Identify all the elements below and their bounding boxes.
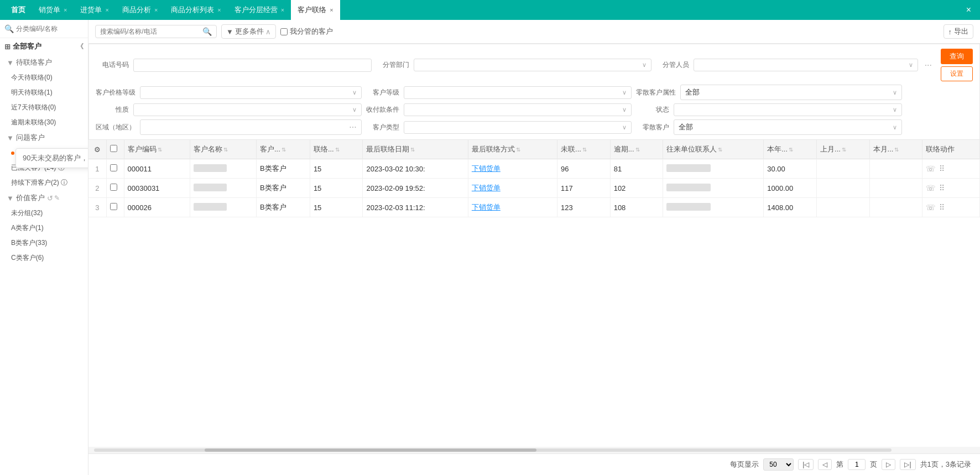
sidebar-group-problem[interactable]: ▼ 问题客户: [0, 130, 88, 145]
nav-customer-tier-close[interactable]: ×: [281, 7, 284, 13]
nav-customer-contact[interactable]: 客户联络 ×: [291, 0, 340, 20]
sidebar-item-class-a[interactable]: A类客户(1): [0, 221, 88, 236]
select-sparse-attr[interactable]: 全部 ∨: [680, 85, 902, 100]
chevron-down-icon-person: ∨: [909, 61, 913, 69]
prev-page-button[interactable]: ◁: [818, 459, 832, 470]
cell-lmonth-1: [817, 159, 870, 179]
link-method-2[interactable]: 下销货单: [472, 184, 501, 192]
tooltip-box: 90天未交易的客户，可能有流失风险。: [15, 148, 88, 168]
sort-overdue-icon[interactable]: ⇅: [635, 147, 640, 153]
input-phone[interactable]: [133, 59, 372, 72]
sidebar-item-overdue-contact[interactable]: 逾期未联络(30): [0, 115, 88, 130]
nav-analysis-list[interactable]: 商品分析列表 ×: [164, 0, 227, 20]
select-sparse-cust[interactable]: 全部 ∨: [674, 119, 902, 135]
select-person[interactable]: ∨: [694, 59, 918, 71]
sidebar-group-value[interactable]: ▼ 价值客户 ↺ ✎: [0, 190, 88, 206]
th-checkbox: [106, 140, 124, 159]
select-payment[interactable]: ∨: [404, 103, 632, 116]
cell-level-2: B类客户: [257, 179, 310, 198]
close-all-button[interactable]: ×: [962, 5, 976, 15]
sidebar-search-input[interactable]: [16, 25, 88, 33]
sort-method-icon[interactable]: ⇅: [516, 147, 520, 153]
sort-unit-icon[interactable]: ⇅: [718, 147, 722, 153]
sidebar-all-customers[interactable]: ⊞ 全部客户 《: [0, 38, 88, 55]
th-contact: 联络...⇅: [310, 140, 363, 159]
my-customers-checkbox-area[interactable]: 我分管的客户: [280, 27, 333, 36]
sidebar-item-downtrend[interactable]: 持续下滑客户(2) ⓘ: [0, 175, 88, 190]
sidebar-group-pending[interactable]: ▼ 待联络客户: [0, 55, 88, 70]
cell-cb-3: [106, 198, 124, 217]
edit-icon[interactable]: ✎: [54, 194, 60, 202]
sidebar-item-tomorrow[interactable]: 明天待联络(1): [0, 85, 88, 100]
setting-button[interactable]: 设置: [941, 66, 973, 81]
contact-icon-3[interactable]: ☏: [926, 203, 936, 212]
export-icon: ↑: [948, 28, 952, 36]
sidebar-item-week[interactable]: 近7天待联络(0): [0, 100, 88, 115]
collapse-icon[interactable]: 《: [77, 42, 84, 51]
table-header-row: ⚙ 客户编码⇅ 客户名称⇅ 客户...⇅: [88, 140, 980, 159]
page-size-select[interactable]: 50 100 200: [763, 458, 794, 471]
export-button[interactable]: ↑ 导出: [943, 24, 974, 39]
nav-analysis-list-close[interactable]: ×: [217, 7, 221, 13]
nav-analysis-close[interactable]: ×: [154, 7, 158, 13]
refresh-icon[interactable]: ↺: [47, 194, 53, 202]
sort-contact-icon[interactable]: ⇅: [335, 147, 340, 153]
nav-customer-contact-close[interactable]: ×: [330, 7, 333, 13]
contact-icon-2[interactable]: ☏: [926, 184, 936, 192]
select-cust-level[interactable]: ∨: [404, 86, 632, 99]
sidebar-item-ungraded[interactable]: 未分组(32): [0, 206, 88, 221]
select-nature[interactable]: ∨: [133, 103, 362, 116]
sort-month-icon[interactable]: ⇅: [894, 147, 899, 153]
horizontal-scrollbar[interactable]: [88, 447, 980, 453]
gear-icon[interactable]: ⚙: [94, 145, 101, 154]
first-page-button[interactable]: |◁: [798, 459, 814, 470]
select-status[interactable]: ∨: [674, 103, 902, 116]
nav-sales[interactable]: 销货单 ×: [32, 0, 74, 20]
select-cust-type[interactable]: ∨: [404, 121, 632, 134]
link-method-3[interactable]: 下销货单: [472, 203, 501, 211]
select-region[interactable]: ···: [140, 119, 362, 135]
chevron-down-icon-cust: ∨: [622, 89, 627, 96]
current-page-input[interactable]: [848, 459, 866, 470]
my-customers-checkbox[interactable]: [280, 28, 288, 35]
select-dept[interactable]: ∨: [414, 59, 652, 71]
th-level: 客户...⇅: [257, 140, 310, 159]
sort-year-icon[interactable]: ⇅: [789, 147, 793, 153]
more-action-icon-2[interactable]: ⠿: [939, 184, 945, 192]
row-checkbox-1[interactable]: [110, 164, 117, 171]
nav-customer-tier[interactable]: 客户分层经营 ×: [228, 0, 291, 20]
sort-code-icon[interactable]: ⇅: [158, 147, 162, 153]
sort-level-icon[interactable]: ⇅: [282, 147, 286, 153]
nav-analysis[interactable]: 商品分析 ×: [116, 0, 164, 20]
row-checkbox-2[interactable]: [110, 184, 117, 191]
sidebar-item-class-c[interactable]: C类客户(6): [0, 250, 88, 265]
row-checkbox-3[interactable]: [110, 203, 117, 210]
scrollbar-thumb[interactable]: [205, 448, 536, 452]
th-unit-contact-label: 往来单位联系人: [666, 144, 717, 154]
nav-sales-close[interactable]: ×: [64, 7, 67, 13]
next-page-button[interactable]: ▷: [882, 459, 895, 470]
search-submit-icon[interactable]: 🔍: [202, 27, 212, 36]
more-filters-button[interactable]: ▼ 更多条件 ∧: [221, 24, 276, 39]
nav-home[interactable]: 首页: [4, 0, 32, 20]
sort-date-icon[interactable]: ⇅: [410, 147, 415, 153]
blurred-unit-1: [666, 164, 711, 172]
contact-icon-1[interactable]: ☏: [926, 164, 936, 173]
nav-purchase-close[interactable]: ×: [105, 7, 108, 13]
select-all-checkbox[interactable]: [110, 145, 117, 152]
sort-lmonth-icon[interactable]: ⇅: [842, 147, 846, 153]
query-button[interactable]: 查询: [941, 49, 973, 64]
more-action-icon-3[interactable]: ⠿: [939, 203, 945, 212]
sort-name-icon[interactable]: ⇅: [223, 147, 228, 153]
sort-uncontacted-icon[interactable]: ⇅: [582, 147, 587, 153]
more-icon-region[interactable]: ···: [349, 122, 356, 132]
select-price-level[interactable]: ∨: [140, 86, 362, 99]
nav-purchase[interactable]: 进货单 ×: [74, 0, 115, 20]
search-input[interactable]: [100, 28, 202, 35]
sidebar-item-today[interactable]: 今天待联络(0): [0, 70, 88, 85]
more-icon-1[interactable]: ···: [925, 60, 932, 70]
more-action-icon-1[interactable]: ⠿: [939, 164, 945, 173]
last-page-button[interactable]: ▷|: [900, 459, 915, 470]
link-method-1[interactable]: 下销货单: [472, 164, 501, 173]
sidebar-item-class-b[interactable]: B类客户(33): [0, 236, 88, 250]
